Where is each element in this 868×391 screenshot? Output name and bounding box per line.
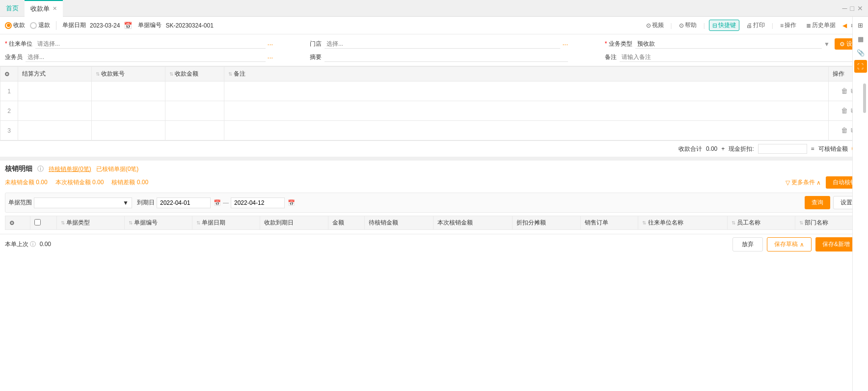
verify-tab-done[interactable]: 已核销单据(0笔) [96,165,139,173]
sidebar-expand-icon[interactable]: ⛶ [854,60,867,73]
history-btn[interactable]: ≣ 历史单据 [803,20,839,30]
th-gear[interactable]: ⚙ [0,67,18,82]
help-icon: ⊙ [679,22,684,29]
due-date-to-input[interactable] [231,197,285,208]
range-dropdown-icon: ▼ [123,199,129,206]
row-num-3: 3 [0,121,18,140]
vth-discount: 折扣分摊额 [512,216,580,230]
remark-field: 备注 [595,53,863,62]
row-2-settle[interactable] [18,101,92,121]
verify-stats: 未核销金额 0.00 本次核销金额 0.00 核销差额 0.00 ▽ 更多条件 … [5,176,863,189]
sidebar-grid-icon[interactable]: ▦ [854,32,867,45]
due-date-from-calendar-icon[interactable]: 📅 [214,199,221,206]
current-stat: 本次核销金额 0.00 [55,178,104,187]
vth-employee: ⇅ 员工名称 [727,216,795,230]
row-1-remark[interactable] [224,82,829,101]
store-input[interactable] [325,39,561,49]
bottom-info-icon[interactable]: ⓘ [30,241,36,248]
select-all-checkbox[interactable] [34,219,41,225]
diff-stat: 核销差额 0.00 [111,178,148,187]
remark-input[interactable] [620,53,863,62]
verify-info-icon[interactable]: ⓘ [37,165,44,173]
row-3-settle[interactable] [18,121,92,140]
toolbar-right-actions: ⊙ 视频 | ⊙ 帮助 | ⊟ 快捷键 🖨 打印 | ≡ 操作 [643,20,863,31]
row-1-amount[interactable] [165,82,224,101]
range-label: 单据范围 [8,198,32,207]
due-date-filter: 到期日 📅 — 📅 [137,197,295,208]
available-label: 可核销金额 [818,145,848,153]
row-num-1: 1 [0,82,18,101]
toolbar-divider-1 [56,21,56,30]
verify-table-wrap: ⚙ ⇅ 单据类型 ⇅ 单据编号 ⇅ 单据日期 收款到期日 金额 待核销金额 本次… [5,216,863,230]
window-controls: ─ □ ✕ [842,4,868,12]
range-select[interactable]: ▼ [34,197,132,208]
date-calendar-icon[interactable]: 📅 [124,22,132,29]
more-filter-btn[interactable]: ▽ 更多条件 ∧ [786,178,821,187]
sidebar-attachment-icon[interactable]: 📎 [854,46,867,59]
vth-gear[interactable]: ⚙ [5,216,30,230]
business-type-dropdown-icon[interactable]: ▼ [824,41,830,48]
business-type-input[interactable] [635,39,822,49]
receipt-type-radio: 收款 退款 [5,21,50,29]
tab-home[interactable]: 首页 [0,0,25,17]
video-btn[interactable]: ⊙ 视频 [643,20,667,30]
row-1-account[interactable] [92,82,165,101]
row-3-remark[interactable] [224,121,829,140]
sidebar-table-icon[interactable]: ⊞ [854,19,867,31]
date-value: 2023-03-24 [90,22,120,29]
draft-chevron-icon[interactable]: ∧ [800,241,804,248]
minimize-icon[interactable]: ─ [842,4,847,12]
vth-doc-type: ⇅ 单据类型 [56,216,124,230]
equals-label: = [811,145,814,152]
radio-receipt[interactable]: 收款 [5,21,25,29]
maximize-icon[interactable]: □ [850,4,854,12]
vth-current-amount: 本次核销金额 [433,216,512,230]
business-type-field: 业务类型 ▼ ⚙ 设置 [595,38,863,50]
tab-close-icon[interactable]: ✕ [53,5,57,12]
help-btn[interactable]: ⊙ 帮助 [676,20,700,30]
row-1-settle[interactable] [18,82,92,101]
range-filter: 单据范围 ▼ [8,197,132,208]
history-label: 历史单据 [812,21,836,29]
radio-refund-circle [30,22,37,29]
operation-label: 操作 [785,21,796,29]
tab-receipt[interactable]: 收款单 ✕ [25,0,63,17]
row-1-delete-icon[interactable]: 🗑 [841,87,848,95]
main-content: 收款 退款 单据日期 2023-03-24 📅 单据编号 SK-20230324… [0,17,868,391]
window-close-icon[interactable]: ✕ [857,4,863,12]
discard-btn[interactable]: 放弃 [732,237,763,251]
gear-icon: ⚙ [840,41,845,48]
draft-btn[interactable]: 保存草稿 ∧ [767,237,812,251]
row-2-account[interactable] [92,101,165,121]
due-date-to-calendar-icon[interactable]: 📅 [288,199,295,206]
expand-left-icon[interactable]: ◀ [842,22,847,29]
salesperson-input[interactable] [26,53,266,62]
row-3-delete-icon[interactable]: 🗑 [841,126,848,135]
summary-input[interactable] [325,53,568,62]
vth-checkbox[interactable] [30,216,56,230]
store-more-icon[interactable]: ··· [562,40,568,48]
radio-refund[interactable]: 退款 [30,21,50,29]
th-amount: ⇅ 收款金额 [165,67,224,82]
operation-btn[interactable]: ≡ 操作 [777,20,799,30]
discount-input[interactable] [758,144,807,154]
row-2-amount[interactable] [165,101,224,121]
row-3-account[interactable] [92,121,165,140]
row-2-delete-icon[interactable]: 🗑 [841,107,848,115]
row-3-amount[interactable] [165,121,224,140]
print-btn[interactable]: 🖨 打印 [743,20,768,30]
vth-pending-amount: 待核销金额 [365,216,433,230]
scrollbar-area [854,74,867,389]
due-date-from-input[interactable] [157,197,211,208]
salesperson-more-icon[interactable]: ··· [268,54,273,61]
video-label: 视频 [652,21,664,29]
counterpart-input[interactable] [35,39,266,49]
shortcut-btn[interactable]: ⊟ 快捷键 [709,20,739,31]
scrollbar-thumb[interactable] [863,84,866,113]
number-field: 单据编号 SK-20230324-001 [138,21,213,29]
counterpart-more-icon[interactable]: ··· [268,40,273,48]
query-btn[interactable]: 查询 [805,196,830,209]
row-2-remark[interactable] [224,101,829,121]
verify-tab-pending[interactable]: 待核销单据(0笔) [49,165,91,173]
counterpart-label: 往来单位 [5,40,32,48]
